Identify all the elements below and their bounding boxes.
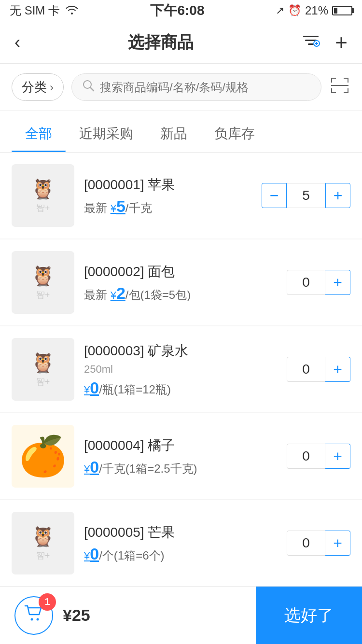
increase-button[interactable]: + xyxy=(325,531,350,556)
price-label: 最新 xyxy=(84,288,107,301)
product-name: [0000001] 苹果 xyxy=(84,176,252,194)
tab-all[interactable]: 全部 xyxy=(12,119,66,152)
search-input[interactable] xyxy=(100,81,311,94)
price-symbol: ¥ xyxy=(84,463,90,475)
placeholder-logo: 🦉 智+ xyxy=(31,178,55,214)
price-unit: /瓶(1箱=12瓶) xyxy=(99,383,171,396)
nav-bar: ‹ 选择商品 + xyxy=(0,21,362,64)
table-row: 🦉 智+ [0000002] 面包 最新 ¥2/包(1袋=5包) + xyxy=(0,239,362,325)
product-image: 🦉 智+ xyxy=(12,251,74,314)
tab-negative[interactable]: 负库存 xyxy=(201,119,268,152)
placeholder-logo: 🦉 智+ xyxy=(31,525,55,561)
category-label: 分类 xyxy=(22,79,47,96)
product-control: + xyxy=(287,444,350,469)
price-unit: /千克(1箱=2.5千克) xyxy=(99,462,197,475)
wifi-icon xyxy=(65,4,79,17)
quantity-input[interactable] xyxy=(287,444,325,469)
product-control: + xyxy=(287,357,350,382)
brand-owl-icon: 🦉 xyxy=(31,525,55,548)
price-symbol: ¥ xyxy=(111,289,116,301)
product-control: + xyxy=(287,531,350,556)
search-icon xyxy=(82,79,95,96)
brand-owl-icon: 🦉 xyxy=(31,351,55,374)
increase-button[interactable]: + xyxy=(325,270,350,295)
placeholder-logo: 🦉 智+ xyxy=(31,351,55,388)
cart-section: 1 ¥25 xyxy=(0,596,256,635)
quantity-input[interactable] xyxy=(287,357,325,382)
status-right: ↗ ⏰ 21% xyxy=(276,4,352,17)
price-value: 0 xyxy=(90,545,99,563)
product-image: 🦉 智+ xyxy=(12,164,74,227)
product-price: ¥0/瓶(1箱=12瓶) xyxy=(84,378,277,397)
tab-bar: 全部 近期采购 新品 负库存 xyxy=(0,111,362,153)
product-info: [0000004] 橘子 ¥0/千克(1箱=2.5千克) xyxy=(84,436,277,476)
svg-rect-0 xyxy=(303,36,319,37)
nav-actions: + xyxy=(301,32,348,53)
product-price: 最新 ¥5/千克 xyxy=(84,197,252,216)
product-image: 🦉 智+ xyxy=(12,338,74,401)
quantity-input[interactable] xyxy=(287,183,325,208)
price-symbol: ¥ xyxy=(84,384,90,396)
price-label: 最新 xyxy=(84,201,107,214)
back-button[interactable]: ‹ xyxy=(14,32,20,53)
product-control: − + xyxy=(262,183,350,208)
svg-point-18 xyxy=(37,618,39,621)
status-time: 下午6:08 xyxy=(150,1,204,20)
increase-button[interactable]: + xyxy=(325,444,350,469)
tab-recent[interactable]: 近期采购 xyxy=(66,119,147,152)
product-name: [0000004] 橘子 xyxy=(84,436,277,455)
product-name: [0000005] 芒果 xyxy=(84,523,277,542)
price-unit: /千克 xyxy=(125,201,152,214)
table-row: 🦉 智+ [0000005] 芒果 ¥0/个(1箱=6个) + xyxy=(0,500,362,586)
svg-rect-11 xyxy=(348,78,348,83)
decrease-button[interactable]: − xyxy=(262,183,287,208)
brand-owl-icon: 🦉 xyxy=(31,265,55,287)
category-button[interactable]: 分类 › xyxy=(12,73,64,101)
table-row: 🍊 [0000004] 橘子 ¥0/千克(1箱=2.5千克) + xyxy=(0,413,362,499)
product-info: [0000001] 苹果 最新 ¥5/千克 xyxy=(84,176,252,216)
filter-bar: 分类 › xyxy=(0,64,362,111)
alarm-icon: ⏰ xyxy=(288,4,301,17)
svg-rect-2 xyxy=(308,43,314,45)
location-icon: ↗ xyxy=(276,4,284,17)
product-info: [0000003] 矿泉水 250ml ¥0/瓶(1箱=12瓶) xyxy=(84,342,277,397)
price-value: 0 xyxy=(90,458,99,476)
increase-button[interactable]: + xyxy=(325,357,350,382)
price-value: 0 xyxy=(90,378,99,397)
bottom-bar: 1 ¥25 选好了 xyxy=(0,586,362,644)
battery-icon xyxy=(332,6,352,15)
scan-icon[interactable] xyxy=(329,76,350,98)
product-info: [0000002] 面包 最新 ¥2/包(1袋=5包) xyxy=(84,263,277,303)
product-info: [0000005] 芒果 ¥0/个(1箱=6个) xyxy=(84,523,277,563)
svg-point-17 xyxy=(31,618,33,621)
add-icon[interactable]: + xyxy=(335,32,348,53)
product-control: + xyxy=(287,270,350,295)
svg-rect-16 xyxy=(331,85,348,86)
category-arrow-icon: › xyxy=(50,81,54,94)
svg-line-7 xyxy=(90,87,94,91)
status-bar: 无 SIM 卡 下午6:08 ↗ ⏰ 21% xyxy=(0,0,362,21)
cart-badge: 1 xyxy=(39,593,56,611)
quantity-input[interactable] xyxy=(287,270,325,295)
svg-rect-15 xyxy=(344,92,348,93)
increase-button[interactable]: + xyxy=(325,183,350,208)
quantity-input[interactable] xyxy=(287,531,325,556)
brand-owl-icon: 🦉 xyxy=(31,178,55,200)
table-row: 🦉 智+ [0000001] 苹果 最新 ¥5/千克 − + xyxy=(0,153,362,238)
price-symbol: ¥ xyxy=(111,202,116,214)
product-name: [0000003] 矿泉水 xyxy=(84,342,277,360)
confirm-button[interactable]: 选好了 xyxy=(256,587,362,644)
svg-rect-13 xyxy=(331,92,336,93)
page-title: 选择商品 xyxy=(128,31,194,54)
product-name: [0000002] 面包 xyxy=(84,263,277,281)
cart-icon-wrap[interactable]: 1 xyxy=(14,596,53,635)
price-unit: /包(1袋=5包) xyxy=(125,288,191,301)
tab-new[interactable]: 新品 xyxy=(147,119,201,152)
product-spec: 250ml xyxy=(84,363,277,376)
price-unit: /个(1箱=6个) xyxy=(99,549,164,562)
placeholder-logo: 🦉 智+ xyxy=(31,265,55,301)
price-value: 5 xyxy=(116,197,125,215)
table-row: 🦉 智+ [0000003] 矿泉水 250ml ¥0/瓶(1箱=12瓶) + xyxy=(0,326,362,412)
filter-icon[interactable] xyxy=(301,33,320,52)
product-image: 🦉 智+ xyxy=(12,512,74,574)
